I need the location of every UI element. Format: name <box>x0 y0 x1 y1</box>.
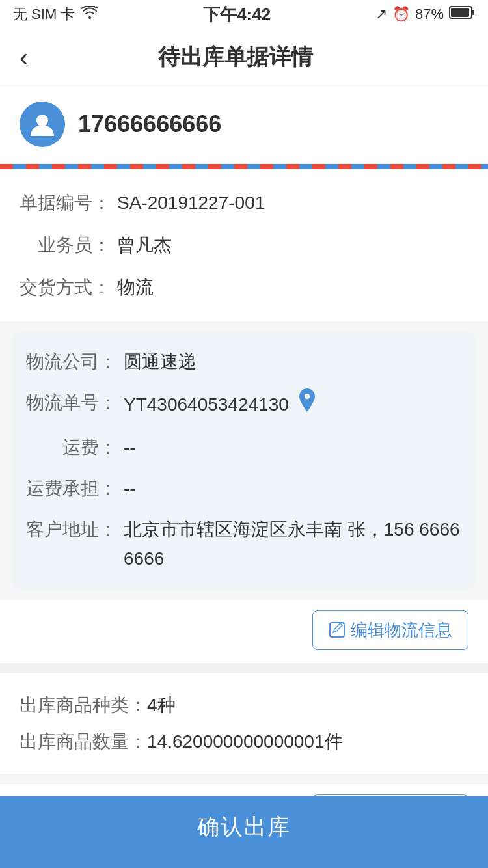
salesperson-row: 业务员： 曾凡杰 <box>20 231 468 260</box>
tracking-number-text: YT43064053424130 <box>124 390 289 420</box>
edit-logistics-label: 编辑物流信息 <box>351 619 452 642</box>
avatar <box>20 102 65 147</box>
status-left: 无 SIM 卡 <box>13 5 98 24</box>
logistics-section: 物流公司： 圆通速递 物流单号： YT43064053424130 运费： --… <box>13 332 475 589</box>
freight-row: 运费： -- <box>26 433 462 463</box>
product-type-value: 4种 <box>147 693 176 718</box>
freight-bearer-row: 运费承担： -- <box>26 474 462 504</box>
edit-logistics-section: 编辑物流信息 <box>0 600 488 663</box>
logistics-company-value: 圆通速递 <box>124 347 462 377</box>
product-qty-label: 出库商品数量： <box>20 729 147 754</box>
product-type-row: 出库商品种类： 4种 <box>20 693 468 718</box>
status-right: ↗ ⏰ 87% <box>375 5 475 23</box>
product-qty-row: 出库商品数量： 14.620000000000001件 <box>20 729 468 754</box>
back-button[interactable]: ‹ <box>20 44 28 70</box>
user-phone: 17666666666 <box>78 111 221 138</box>
alarm-icon: ⏰ <box>392 6 410 23</box>
salesperson-value: 曾凡杰 <box>117 231 468 260</box>
confirm-outbound-button[interactable]: 确认出库 <box>0 812 488 842</box>
freight-value: -- <box>124 433 462 463</box>
status-bar: 无 SIM 卡 下午4:42 ↗ ⏰ 87% <box>0 0 488 29</box>
status-time: 下午4:42 <box>203 3 271 26</box>
logistics-company-row: 物流公司： 圆通速递 <box>26 347 462 377</box>
address-label: 客户地址： <box>26 515 117 545</box>
wifi-icon <box>81 6 98 23</box>
confirm-button-wrap: 确认出库 <box>0 796 488 868</box>
product-type-label: 出库商品种类： <box>20 693 147 718</box>
section-divider <box>0 663 488 673</box>
freight-label: 运费： <box>26 433 117 463</box>
tracking-number-row: 物流单号： YT43064053424130 <box>26 388 462 422</box>
freight-bearer-label: 运费承担： <box>26 474 117 504</box>
product-qty-value: 14.620000000000001件 <box>147 729 343 754</box>
location-icon: ↗ <box>375 6 387 23</box>
product-section: 出库商品种类： 4种 出库商品数量： 14.620000000000001件 <box>0 673 488 774</box>
doc-number-label: 单据编号： <box>20 189 111 218</box>
battery-icon <box>449 5 475 23</box>
order-info-card: 单据编号： SA-20191227-001 业务员： 曾凡杰 交货方式： 物流 <box>0 169 488 321</box>
tracking-number-value: YT43064053424130 <box>124 388 462 422</box>
delivery-method-row: 交货方式： 物流 <box>20 273 468 303</box>
tracking-number-label: 物流单号： <box>26 388 117 418</box>
delivery-method-label: 交货方式： <box>20 273 111 303</box>
battery-label: 87% <box>415 6 444 23</box>
doc-number-row: 单据编号： SA-20191227-001 <box>20 189 468 218</box>
location-pin-icon[interactable] <box>297 388 318 422</box>
address-value: 北京市市辖区海淀区永丰南 张，156 6666 6666 <box>124 515 462 574</box>
svg-rect-1 <box>472 10 474 15</box>
salesperson-label: 业务员： <box>20 231 111 260</box>
dashed-separator <box>0 164 488 169</box>
page-title: 待出库单据详情 <box>41 42 429 72</box>
svg-point-3 <box>36 115 48 126</box>
logistics-company-label: 物流公司： <box>26 347 117 377</box>
carrier-label: 无 SIM 卡 <box>13 5 75 24</box>
confirm-btn-label: 确认出库 <box>197 814 291 839</box>
freight-bearer-value: -- <box>124 474 462 504</box>
user-header: 17666666666 <box>0 86 488 163</box>
doc-number-value: SA-20191227-001 <box>117 189 468 218</box>
nav-bar: ‹ 待出库单据详情 <box>0 29 488 86</box>
svg-rect-2 <box>451 8 469 17</box>
address-row: 客户地址： 北京市市辖区海淀区永丰南 张，156 6666 6666 <box>26 515 462 574</box>
edit-logistics-button[interactable]: 编辑物流信息 <box>312 610 468 650</box>
delivery-method-value: 物流 <box>117 273 468 303</box>
